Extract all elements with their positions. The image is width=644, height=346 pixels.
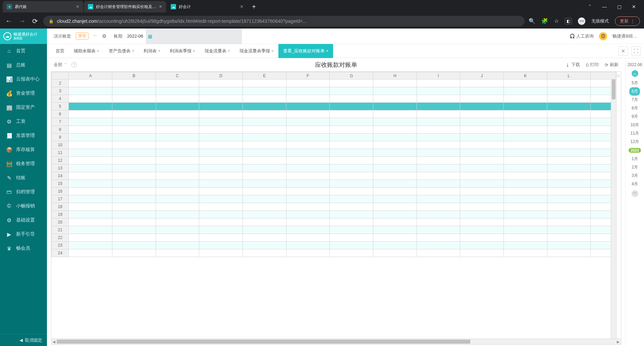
cell-A21[interactable]: [69, 226, 112, 234]
cell-I19[interactable]: [417, 211, 460, 218]
cell-F19[interactable]: [286, 211, 330, 218]
cell-J11[interactable]: [460, 149, 504, 157]
cell-L13[interactable]: [547, 164, 591, 172]
scroll-up-button[interactable]: ︽: [632, 70, 638, 77]
print-button[interactable]: ⎙打印: [586, 62, 599, 68]
cell-F10[interactable]: [286, 141, 330, 149]
cell-G9[interactable]: [330, 134, 373, 141]
fullscreen-button[interactable]: ⛶: [631, 46, 641, 56]
cell-E21[interactable]: [243, 226, 286, 234]
cell-L8[interactable]: [547, 126, 591, 134]
col-header-A[interactable]: A: [69, 72, 112, 80]
cell-E10[interactable]: [243, 141, 286, 149]
close-tab-button[interactable]: ✕: [619, 46, 628, 56]
sidebar-item-0[interactable]: ⌂首页: [0, 44, 47, 58]
row-header[interactable]: 8: [52, 126, 69, 134]
cell-H2[interactable]: [373, 80, 417, 87]
cell-C7[interactable]: [156, 118, 199, 126]
cell-L19[interactable]: [547, 211, 591, 218]
cell-B8[interactable]: [112, 126, 156, 134]
cell-D11[interactable]: [199, 149, 243, 157]
row-header[interactable]: 11: [52, 149, 69, 157]
cell-E7[interactable]: [243, 118, 286, 126]
disable-button[interactable]: 禁用: [76, 33, 89, 40]
sidebar-item-4[interactable]: 🏢固定资产: [0, 100, 47, 114]
cell-F5[interactable]: [286, 103, 330, 110]
cell-I24[interactable]: [417, 249, 460, 257]
spreadsheet[interactable]: ABCDEFGHIJKL 234567891011121314151617181…: [51, 71, 616, 339]
cell-A24[interactable]: [69, 249, 112, 257]
cell-I10[interactable]: [417, 141, 460, 149]
sidebar-item-9[interactable]: ✎结账: [0, 171, 47, 185]
cell-L21[interactable]: [547, 226, 591, 234]
cell-A13[interactable]: [69, 164, 112, 172]
cell-G19[interactable]: [330, 211, 373, 218]
cell-B21[interactable]: [112, 226, 156, 234]
page-tab-7[interactable]: 查看_应收账款对账单×: [278, 44, 333, 58]
col-header-F[interactable]: F: [286, 72, 330, 80]
row-header[interactable]: 4: [52, 95, 69, 103]
extension-button[interactable]: ◧: [565, 18, 572, 24]
chevron-down-icon[interactable]: ˅: [586, 4, 593, 9]
cell-G12[interactable]: [330, 157, 373, 164]
cell-F12[interactable]: [286, 157, 330, 164]
cell-K21[interactable]: [503, 226, 547, 234]
cell-B20[interactable]: [112, 218, 156, 226]
cell-B7[interactable]: [112, 118, 156, 126]
cell-E8[interactable]: [243, 126, 286, 134]
month-11月[interactable]: 11月: [629, 129, 641, 138]
cell-D23[interactable]: [199, 242, 243, 249]
close-icon[interactable]: ✕: [631, 4, 637, 9]
sidebar-item-5[interactable]: ⚙工资: [0, 114, 47, 129]
cell-K19[interactable]: [503, 211, 547, 218]
cell-E6[interactable]: [243, 110, 286, 118]
cell-G15[interactable]: [330, 180, 373, 188]
cell-L9[interactable]: [547, 134, 591, 141]
cell-K22[interactable]: [503, 234, 547, 242]
row-header[interactable]: 5: [52, 103, 69, 110]
cell-J5[interactable]: [460, 103, 504, 110]
cell-L24[interactable]: [547, 249, 591, 257]
cell-D7[interactable]: [199, 118, 243, 126]
cell-F8[interactable]: [286, 126, 330, 134]
cell-B12[interactable]: [112, 157, 156, 164]
cell-E24[interactable]: [243, 249, 286, 257]
cell-I8[interactable]: [417, 126, 460, 134]
cell-L11[interactable]: [547, 149, 591, 157]
cell-J6[interactable]: [460, 110, 504, 118]
cell-H9[interactable]: [373, 134, 417, 141]
page-tab-4[interactable]: 利润表季报×: [165, 44, 200, 58]
cell-C12[interactable]: [156, 157, 199, 164]
cell-E2[interactable]: [243, 80, 286, 87]
star-icon[interactable]: ☆: [554, 18, 559, 24]
col-header-J[interactable]: J: [460, 72, 504, 80]
cell-H10[interactable]: [373, 141, 417, 149]
cell-E22[interactable]: [243, 234, 286, 242]
cell-H11[interactable]: [373, 149, 417, 157]
row-header[interactable]: 7: [52, 118, 69, 126]
cell-J10[interactable]: [460, 141, 504, 149]
cell-K20[interactable]: [503, 218, 547, 226]
cell-E23[interactable]: [243, 242, 286, 249]
cell-G4[interactable]: [330, 95, 373, 103]
cell-H3[interactable]: [373, 87, 417, 95]
row-header[interactable]: 3: [52, 87, 69, 95]
cell-K6[interactable]: [503, 110, 547, 118]
cell-I12[interactable]: [417, 157, 460, 164]
cell-J14[interactable]: [460, 172, 504, 180]
browser-tab-2[interactable]: ☁ 好会计 ×: [167, 1, 247, 12]
cell-F20[interactable]: [286, 218, 330, 226]
cell-H21[interactable]: [373, 226, 417, 234]
cell-I6[interactable]: [417, 110, 460, 118]
cell-D2[interactable]: [199, 80, 243, 87]
cell-B3[interactable]: [112, 87, 156, 95]
cell-H14[interactable]: [373, 172, 417, 180]
cell-A4[interactable]: [69, 95, 112, 103]
back-button[interactable]: ←: [4, 16, 13, 26]
scroll-down-button[interactable]: ︾: [632, 190, 638, 197]
cell-J22[interactable]: [460, 234, 504, 242]
cell-L23[interactable]: [547, 242, 591, 249]
cell-D8[interactable]: [199, 126, 243, 134]
extension-icon[interactable]: 🧩: [541, 18, 548, 24]
cell-H12[interactable]: [373, 157, 417, 164]
